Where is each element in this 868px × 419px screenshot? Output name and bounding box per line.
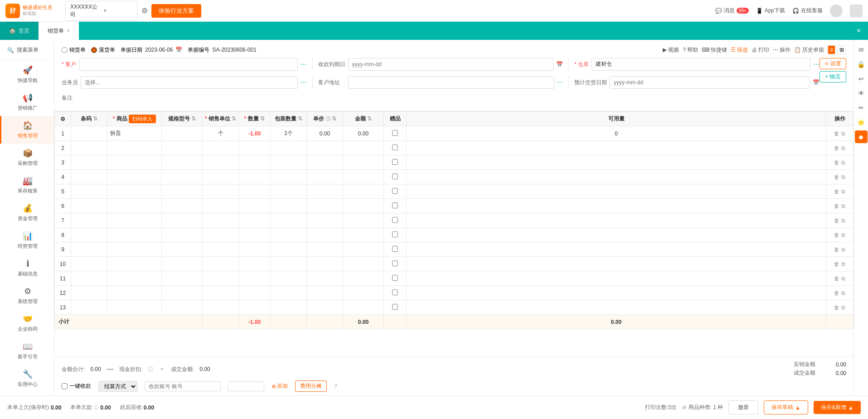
amount-sort-icon[interactable]: ⇅ [367, 116, 372, 122]
cell-barcode[interactable] [71, 155, 107, 170]
cell-barcode[interactable] [71, 242, 107, 257]
cell-gift[interactable] [384, 170, 407, 184]
th-amount[interactable]: 金额 ⇅ [343, 112, 384, 126]
shortcut-button[interactable]: ⌨ 快捷键 [702, 46, 727, 54]
spec-sort-icon[interactable]: ⇅ [191, 116, 196, 122]
cell-price[interactable] [307, 286, 343, 300]
cell-amount[interactable] [343, 199, 384, 213]
cell-amount[interactable] [343, 184, 384, 199]
order-short-help-icon[interactable]: ⓘ [94, 405, 98, 411]
cell-unit[interactable] [203, 155, 239, 170]
cell-unit[interactable] [203, 141, 239, 155]
cell-gift[interactable] [384, 155, 407, 170]
th-spec[interactable]: 规格型号 ⇅ [162, 112, 203, 126]
unit-sort-icon[interactable]: ⇅ [232, 116, 236, 122]
cell-barcode[interactable] [71, 213, 107, 228]
cell-product[interactable] [107, 242, 162, 257]
tab-home[interactable]: 🏠 首页 [0, 22, 39, 40]
cell-gift[interactable] [384, 126, 407, 141]
cell-qty[interactable] [239, 271, 271, 286]
help-button[interactable]: ? 帮助 [683, 46, 698, 54]
cell-barcode[interactable] [71, 300, 107, 315]
app-download-button[interactable]: 📱 App下载 [756, 7, 785, 14]
delete-icon[interactable]: 🗑 [834, 203, 839, 209]
payment-amount-field[interactable] [228, 381, 264, 391]
cell-pkg-qty[interactable] [271, 242, 307, 257]
message-button[interactable]: 💬 消息 99+ [715, 7, 749, 14]
cell-barcode[interactable] [71, 257, 107, 271]
customer-more-icon[interactable]: ··· [301, 60, 306, 68]
account-field[interactable] [145, 381, 221, 391]
cell-product[interactable] [107, 155, 162, 170]
cell-product[interactable] [107, 257, 162, 271]
qty-sort-icon[interactable]: ⇅ [260, 116, 265, 122]
avatar[interactable] [830, 5, 843, 17]
cell-qty[interactable] [239, 300, 271, 315]
address-more-icon[interactable]: ··· [557, 78, 563, 87]
logistics-button[interactable]: + 物流 [820, 71, 846, 82]
cell-product[interactable] [107, 271, 162, 286]
cell-spec[interactable] [162, 228, 203, 242]
delivery-date-input[interactable] [610, 76, 810, 89]
cell-spec[interactable] [162, 271, 203, 286]
sidebar-item-management[interactable]: 📊 经营管理 [0, 226, 54, 254]
warehouse-input[interactable]: 建材仓 [592, 58, 810, 71]
delete-icon[interactable]: 🗑 [834, 232, 839, 238]
nav-close-button[interactable]: × [849, 27, 868, 35]
cell-amount[interactable] [343, 228, 384, 242]
view-list-icon[interactable]: ≡ [828, 45, 835, 54]
copy-icon[interactable]: ⧉ [841, 290, 845, 296]
cell-pkg-qty[interactable] [271, 271, 307, 286]
cell-unit[interactable] [203, 286, 239, 300]
cell-qty[interactable] [239, 257, 271, 271]
right-panel-view-icon[interactable]: 👁 [855, 87, 868, 100]
cell-price[interactable] [307, 257, 343, 271]
price-sort-icon[interactable]: ⇅ [332, 116, 336, 122]
cell-pkg-qty[interactable] [271, 199, 307, 213]
cell-barcode[interactable] [71, 126, 107, 141]
cell-amount[interactable] [343, 242, 384, 257]
discard-button[interactable]: 放弃 [728, 400, 758, 414]
expense-help-icon[interactable]: ? [334, 383, 337, 390]
cell-barcode[interactable] [71, 199, 107, 213]
cell-product[interactable] [107, 199, 162, 213]
cell-product[interactable] [107, 300, 162, 315]
cell-spec[interactable] [162, 141, 203, 155]
copy-icon[interactable]: ⧉ [841, 246, 845, 253]
cell-price[interactable] [307, 141, 343, 155]
cell-qty[interactable] [239, 228, 271, 242]
th-qty[interactable]: * 数量 ⇅ [239, 112, 271, 126]
cell-pkg-qty[interactable]: 1个 [271, 126, 307, 141]
order-settings-button[interactable]: ⊙ 设置 [820, 58, 846, 69]
copy-icon[interactable]: ⧉ [841, 203, 845, 209]
pkg-sort-icon[interactable]: ⇅ [298, 116, 302, 122]
print-button[interactable]: 🖨 打印 [752, 46, 769, 54]
cell-gift[interactable] [384, 228, 407, 242]
filter-button[interactable]: ☰ 筛选 [731, 46, 748, 54]
cell-qty[interactable]: -1.00 [239, 126, 271, 141]
copy-icon[interactable]: ⧉ [841, 232, 845, 238]
cell-gift[interactable] [384, 141, 407, 155]
cell-price[interactable] [307, 155, 343, 170]
cell-product[interactable] [107, 228, 162, 242]
salesperson-input[interactable] [81, 76, 298, 89]
cell-price[interactable] [307, 184, 343, 199]
discount-help-icon[interactable]: ⓘ [148, 366, 153, 373]
cell-product[interactable]: 拆贡 [107, 126, 162, 141]
copy-icon[interactable]: ⧉ [841, 159, 845, 166]
cell-price[interactable] [307, 170, 343, 184]
sidebar-item-inventory[interactable]: 🏭 库存核算 [0, 171, 54, 199]
cell-unit[interactable] [203, 184, 239, 199]
th-barcode[interactable]: 条码 ⇅ [71, 112, 107, 126]
online-service-button[interactable]: 🎧 在线客服 [792, 7, 823, 14]
cell-unit[interactable]: 个 [203, 126, 239, 141]
add-button[interactable]: ⊕ 添加 [272, 382, 288, 390]
cell-amount[interactable] [343, 300, 384, 315]
delete-icon[interactable]: 🗑 [834, 261, 839, 267]
cell-qty[interactable] [239, 286, 271, 300]
delete-icon[interactable]: 🗑 [834, 174, 839, 180]
calendar-icon[interactable]: 📅 [175, 47, 182, 53]
cell-amount[interactable] [343, 155, 384, 170]
cell-pkg-qty[interactable] [271, 286, 307, 300]
sidebar-item-marketing[interactable]: 📢 营销推广 [0, 88, 54, 116]
